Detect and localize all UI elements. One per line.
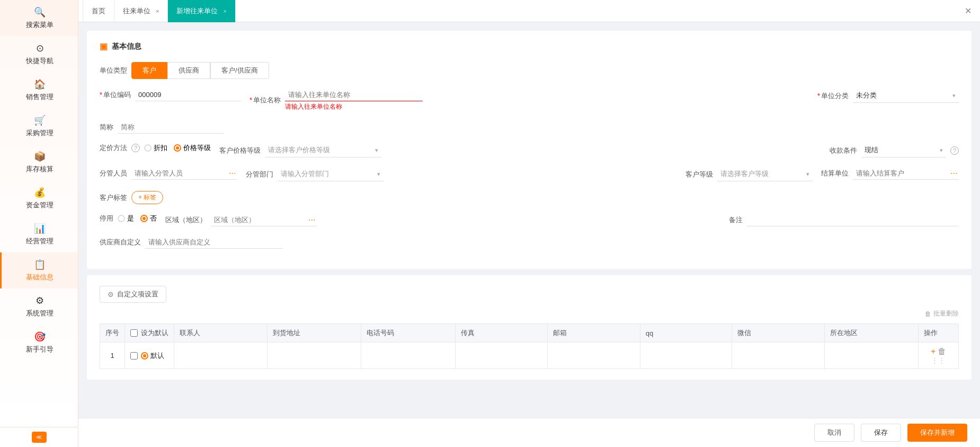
unit-name-input[interactable] [285,89,423,101]
department-value: 请输入分管部门 [281,169,375,179]
unit-name-group: *单位名称 请输入往来单位名称 [250,89,809,111]
unit-type-supplier-btn[interactable]: 供应商 [167,62,210,79]
row-index: 1 [100,343,125,369]
row-drag-handle: ⋮⋮ [931,356,945,364]
settlement-unit-more-btn[interactable]: ··· [948,169,959,178]
short-name-input[interactable] [118,121,224,134]
customer-price-level-value: 请选择客户价格等级 [268,145,373,155]
sidebar-item-search[interactable]: 🔍 搜索菜单 [0,0,78,36]
sidebar-item-guide[interactable]: 🎯 新手引导 [0,325,78,361]
settings-icon: ⚙ [108,291,114,299]
settlement-unit-group: 结算单位 ··· [821,167,959,180]
customer-level-select[interactable]: 请选择客户等级 ▾ [717,167,813,181]
contact-input[interactable] [180,352,262,360]
row-checkbox[interactable] [130,352,138,360]
row-qq[interactable] [640,343,732,369]
wechat-input[interactable] [737,352,819,360]
unit-category-select[interactable]: 未分类 ▾ [853,89,959,103]
sidebar-item-system[interactable]: ⚙ 系统管理 [0,288,78,325]
customer-tag-label: 客户标签 [100,193,127,203]
row-address[interactable] [267,343,361,369]
payment-terms-help-icon[interactable]: ? [950,146,959,155]
col-default: 设为默认 [125,324,174,343]
custom-settings-button[interactable]: ⚙ 自定义项设置 [100,286,166,303]
customer-price-level-select[interactable]: 请选择客户价格等级 ▾ [265,143,381,157]
col-address: 到货地址 [267,324,361,343]
customer-price-level-chevron: ▾ [375,147,378,154]
row-add-btn[interactable]: + [931,347,936,356]
pricing-help-icon[interactable]: ? [131,144,140,152]
settlement-unit-label: 结算单位 [821,169,849,178]
sidebar-item-purchase[interactable]: 🛒 采购管理 [0,108,78,144]
tab-counterpart-close[interactable]: × [156,8,159,14]
qq-input[interactable] [646,352,726,360]
manager-more-btn[interactable]: ··· [227,169,238,178]
remark-input[interactable] [747,214,959,226]
disabled-no-radio[interactable]: 否 [140,214,157,223]
disabled-yes-radio[interactable]: 是 [118,214,134,223]
row-phone[interactable] [361,343,455,369]
sidebar-item-stock[interactable]: 📦 库存核算 [0,144,78,180]
fax-input[interactable] [461,352,542,360]
unit-type-both-btn[interactable]: 客户/供应商 [210,62,269,79]
select-all-checkbox[interactable] [130,329,138,337]
region-more-btn[interactable]: ··· [306,215,317,225]
sidebar-item-basic[interactable]: 📋 基础信息 [0,252,78,288]
unit-name-label: *单位名称 [250,95,281,105]
region-table-input[interactable] [830,352,913,360]
save-new-button[interactable]: 保存并新增 [907,424,967,442]
settlement-unit-input[interactable] [853,167,948,179]
col-phone: 电话号码 [361,324,455,343]
add-tag-button[interactable]: + 标签 [131,191,163,204]
manager-input[interactable] [131,167,227,179]
region-input-with-btn: ··· [211,214,317,226]
sales-icon: 🏠 [34,78,46,90]
row-delete-btn[interactable]: 🗑 [938,347,946,356]
tab-new-counterpart[interactable]: 新增往来单位 × [168,0,235,22]
tab-home[interactable]: 首页 [83,0,114,22]
sidebar-item-quicknav[interactable]: ⊙ 快捷导航 [0,36,78,72]
contact-card: ⚙ 自定义项设置 🗑 批量删除 序号 设为默认 [87,275,972,380]
table-body: 1 默认 [100,343,959,369]
email-input[interactable] [553,352,635,360]
pricing-discount-radio[interactable]: 折扣 [144,143,167,153]
row-default: 默认 [125,343,174,369]
main-content: 首页 往来单位 × 新增往来单位 × ✕ ▣ 基本信息 单位类型 客户 [78,0,980,447]
row-contact[interactable] [174,343,268,369]
tab-bar-close-all[interactable]: ✕ [960,4,976,18]
unit-code-group: *单位编码 [100,89,241,101]
department-select[interactable]: 请输入分管部门 ▾ [278,167,384,181]
unit-code-input[interactable] [135,89,241,101]
sidebar-item-finance[interactable]: 💰 资金管理 [0,180,78,216]
manager-label: 分管人员 [100,169,127,178]
address-input[interactable] [273,352,355,360]
tab-new-counterpart-close[interactable]: × [223,8,226,14]
unit-name-field-group: 请输入往来单位名称 [285,89,423,111]
default-radio[interactable]: 默认 [141,351,164,361]
supplier-custom-group: 供应商自定义 [100,236,283,249]
table-header: 序号 设为默认 联系人 到货地址 电话号码 传真 邮箱 qq [100,324,959,343]
row-fax[interactable] [455,343,548,369]
row-wechat[interactable] [732,343,824,369]
col-action: 操作 [918,324,958,343]
supplier-custom-input[interactable] [145,236,283,249]
tab-counterpart[interactable]: 往来单位 × [114,0,168,22]
region-input[interactable] [211,214,306,226]
supplier-custom-row: 供应商自定义 [100,236,959,249]
unit-type-customer-btn[interactable]: 客户 [131,62,167,79]
payment-terms-select[interactable]: 现结 ▾ [861,143,946,157]
col-wechat: 微信 [732,324,824,343]
save-button[interactable]: 保存 [861,424,901,442]
sidebar-item-operations[interactable]: 📊 经营管理 [0,216,78,252]
disabled-no-circle [140,215,148,222]
batch-delete-button[interactable]: 🗑 批量删除 [925,309,959,318]
phone-input[interactable] [367,352,449,360]
sidebar-item-sales[interactable]: 🏠 销售管理 [0,72,78,108]
cancel-button[interactable]: 取消 [814,424,854,442]
pricing-level-radio[interactable]: 价格等级 [174,143,211,153]
sidebar-expand-btn[interactable]: ≪ [32,432,47,443]
row-email[interactable] [548,343,640,369]
section-title: ▣ 基本信息 [100,41,959,51]
row-region[interactable] [824,343,918,369]
action-bar: 取消 保存 保存并新增 [78,418,980,447]
